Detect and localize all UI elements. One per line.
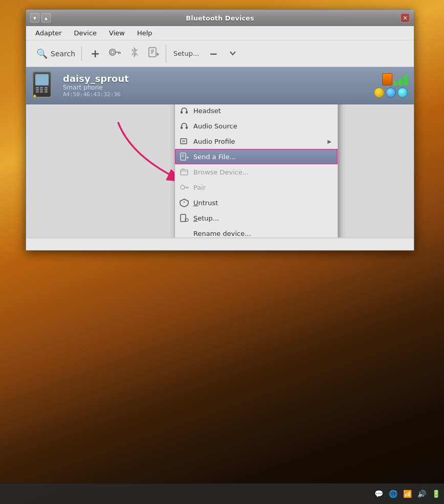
pair-icon — [179, 182, 189, 192]
untrust-label: Untrust — [193, 199, 331, 207]
tray-network-icon[interactable]: 🌐 — [387, 488, 399, 500]
taskbar: 💬 🌐 📶 🔊 🔋 — [0, 484, 444, 504]
service-icon-3 — [397, 87, 408, 98]
device-address: A4:50:46:43:32:36 — [63, 91, 368, 98]
rename-icon — [179, 228, 189, 237]
send-file-ctx-icon — [179, 151, 189, 162]
menu-view[interactable]: View — [104, 28, 130, 38]
remove-device-button[interactable]: − — [204, 45, 223, 63]
titlebar-maximize-btn[interactable]: ▴ — [41, 13, 51, 23]
content-area: Connect To: Network Access Point Disc — [26, 104, 414, 237]
signal-strength-icon — [382, 73, 408, 85]
tray-bluetooth-icon[interactable]: 📶 — [401, 488, 413, 500]
browse-device-label: Browse Device... — [193, 168, 331, 176]
setup-label: Setup... — [173, 50, 199, 57]
rename-label: Rename device... — [193, 230, 331, 237]
phone-keypad — [36, 87, 48, 93]
bluetooth-devices-window: ▾ ▴ Bluetooth Devices ✕ Adapter Device V… — [26, 9, 414, 251]
bluetooth-settings-button[interactable] — [125, 45, 143, 63]
device-info: daisy_sprout Smart phone A4:50:46:43:32:… — [63, 73, 368, 98]
device-item[interactable]: ✦ daisy_sprout Smart phone A4:50:46:43:3… — [26, 67, 414, 104]
audio-source-label: Audio Source — [193, 122, 331, 130]
titlebar-minimize-btn[interactable]: ▾ — [30, 13, 39, 23]
statusbar — [26, 238, 414, 250]
audio-profile-icon — [179, 136, 189, 146]
device-type: Smart phone — [63, 84, 368, 91]
browse-device-icon — [179, 167, 189, 177]
search-button[interactable]: 🔍 Search — [30, 46, 82, 61]
submenu-arrow-icon: ▶ — [327, 139, 331, 144]
setup-ctx-icon — [179, 213, 189, 223]
device-status-icons — [374, 73, 408, 98]
search-label: Search — [51, 50, 75, 58]
bluetooth-star-icon — [127, 45, 141, 62]
toolbar-separator — [166, 45, 166, 63]
svg-point-23 — [181, 185, 185, 189]
context-menu: Connect To: Network Access Point Disc — [174, 104, 338, 237]
ctx-untrust[interactable]: Untrust — [175, 195, 338, 210]
send-file-label: Send a File... — [193, 153, 331, 161]
ctx-rename[interactable]: Rename device... — [175, 226, 338, 237]
send-file-toolbar-button[interactable] — [144, 45, 163, 63]
minus-icon: − — [209, 48, 218, 60]
svg-rect-27 — [181, 214, 186, 222]
system-tray: 💬 🌐 📶 🔊 🔋 — [372, 488, 442, 500]
ctx-browse-device[interactable]: Browse Device... — [175, 164, 338, 180]
pair-label: Pair — [193, 184, 331, 191]
svg-rect-18 — [182, 140, 185, 142]
trusted-star-icon: ✦ — [32, 93, 37, 100]
search-icon: 🔍 — [36, 48, 48, 59]
svg-rect-13 — [181, 111, 183, 114]
menubar: Adapter Device View Help — [26, 26, 414, 40]
titlebar: ▾ ▴ Bluetooth Devices ✕ — [26, 10, 414, 26]
svg-point-1 — [111, 51, 114, 54]
toolbar: 🔍 Search + — [26, 40, 414, 67]
plus-icon: + — [91, 47, 100, 60]
tray-volume-icon[interactable]: 🔊 — [415, 488, 428, 500]
chevron-down-icon — [229, 48, 237, 60]
svg-rect-14 — [186, 111, 188, 114]
svg-rect-16 — [186, 126, 188, 129]
send-file-icon — [147, 46, 160, 61]
service-icon-1 — [374, 87, 384, 98]
audio-profile-label: Audio Profile — [193, 138, 323, 145]
svg-rect-22 — [181, 170, 188, 175]
pair-button[interactable] — [105, 45, 124, 63]
headset-label: Headset — [193, 107, 331, 115]
key-icon — [108, 47, 121, 60]
menu-adapter[interactable]: Adapter — [30, 28, 67, 38]
service-icon-2 — [386, 87, 396, 98]
add-device-button[interactable]: + — [86, 45, 104, 63]
headset-icon — [179, 105, 189, 116]
more-options-button[interactable] — [224, 45, 242, 63]
phone-screen — [35, 74, 49, 85]
svg-point-0 — [109, 49, 116, 55]
ctx-send-file[interactable]: Send a File... — [175, 149, 338, 164]
tray-chat-icon[interactable]: 💬 — [372, 488, 385, 500]
svg-rect-15 — [181, 126, 183, 129]
ctx-setup[interactable]: Setup... — [175, 210, 338, 226]
untrust-icon — [179, 198, 189, 208]
setup-ctx-label: Setup... — [193, 214, 331, 222]
ctx-headset[interactable]: Headset — [175, 104, 338, 118]
menu-help[interactable]: Help — [132, 28, 158, 38]
device-list: ✦ daisy_sprout Smart phone A4:50:46:43:3… — [26, 67, 414, 238]
device-name: daisy_sprout — [63, 73, 368, 84]
setup-button[interactable]: Setup... — [169, 45, 203, 63]
titlebar-close-btn[interactable]: ✕ — [401, 13, 410, 23]
menu-device[interactable]: Device — [69, 28, 102, 38]
window-title: Bluetooth Devices — [61, 14, 379, 22]
audio-source-icon — [179, 121, 189, 131]
svg-point-5 — [132, 51, 136, 54]
svg-rect-6 — [149, 48, 156, 57]
ctx-pair[interactable]: Pair — [175, 180, 338, 195]
tray-battery-icon[interactable]: 🔋 — [430, 488, 442, 500]
ctx-audio-source[interactable]: Audio Source — [175, 118, 338, 134]
ctx-audio-profile[interactable]: Audio Profile ▶ — [175, 134, 338, 149]
device-icon-area: ✦ — [32, 71, 57, 100]
